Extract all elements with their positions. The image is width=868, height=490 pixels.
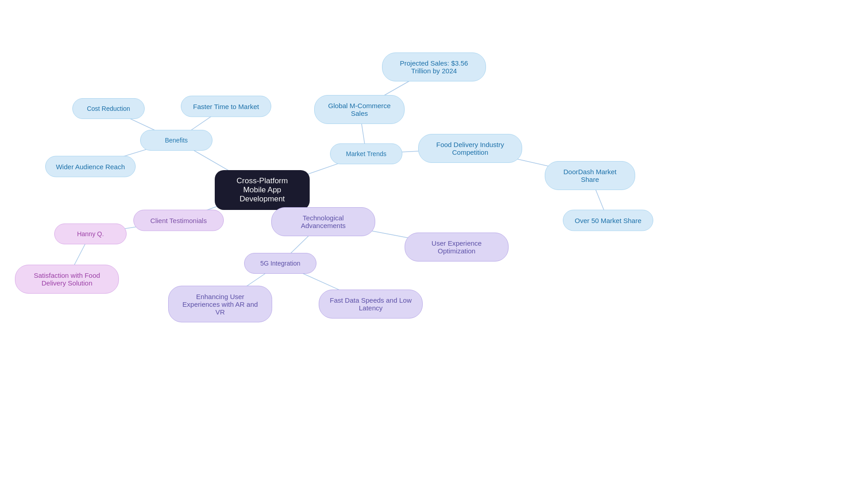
node-5g[interactable]: 5G Integration — [244, 253, 316, 274]
node-cost-reduction[interactable]: Cost Reduction — [72, 98, 145, 119]
node-projected-sales[interactable]: Projected Sales: $3.56 Trillion by 2024 — [382, 52, 486, 81]
node-market-trends[interactable]: Market Trends — [330, 143, 402, 164]
node-tech-advancements[interactable]: Technological Advancements — [271, 207, 375, 236]
node-hanny[interactable]: Hanny Q. — [54, 224, 127, 244]
node-faster-time[interactable]: Faster Time to Market — [181, 96, 271, 117]
node-benefits[interactable]: Benefits — [140, 130, 212, 151]
node-doordash[interactable]: DoorDash Market Share — [545, 161, 635, 190]
node-satisfaction[interactable]: Satisfaction with Food Delivery Solution — [15, 265, 119, 294]
node-wider-audience[interactable]: Wider Audience Reach — [45, 156, 136, 177]
node-global-mcommerce[interactable]: Global M-Commerce Sales — [314, 95, 405, 124]
node-ux-optimization[interactable]: User Experience Optimization — [405, 233, 509, 262]
node-food-delivery-competition[interactable]: Food Delivery Industry Competition — [418, 134, 522, 163]
node-fast-data[interactable]: Fast Data Speeds and Low Latency — [319, 290, 423, 319]
node-ar-vr[interactable]: Enhancing User Experiences with AR and V… — [168, 286, 272, 323]
center-node[interactable]: Cross-Platform Mobile App Development — [215, 170, 310, 210]
node-over50[interactable]: Over 50 Market Share — [563, 210, 653, 231]
node-client-testimonials[interactable]: Client Testimonials — [133, 210, 224, 231]
mind-map-container: Cross-Platform Mobile App DevelopmentBen… — [0, 0, 868, 490]
